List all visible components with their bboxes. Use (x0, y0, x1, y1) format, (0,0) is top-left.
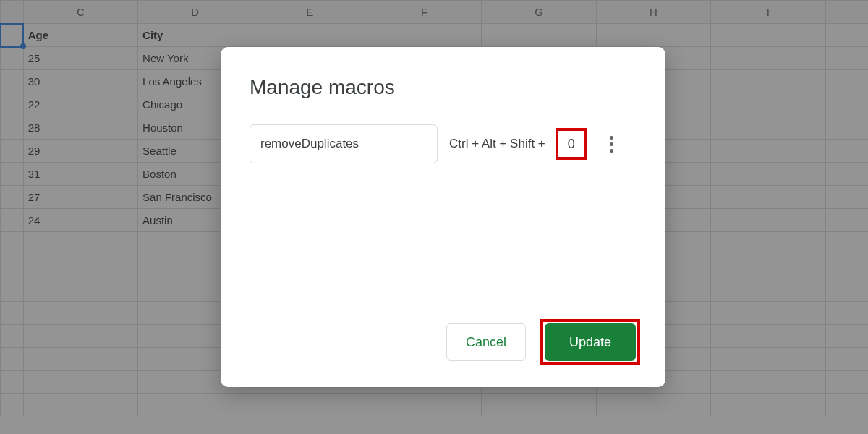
dialog-title: Manage macros (250, 76, 637, 99)
dialog-buttons: Cancel Update (446, 319, 640, 365)
shortcut-prefix-label: Ctrl + Alt + Shift + (449, 137, 545, 151)
more-options-icon[interactable] (603, 136, 621, 153)
shortcut-key-input[interactable]: 0 (556, 128, 587, 160)
update-button-highlight: Update (540, 319, 640, 365)
cancel-button[interactable]: Cancel (446, 323, 526, 361)
update-button[interactable]: Update (545, 323, 636, 361)
macro-name-input[interactable] (250, 124, 438, 163)
shortcut-key-value: 0 (568, 137, 575, 152)
macro-row: Ctrl + Alt + Shift + 0 (250, 124, 637, 163)
manage-macros-dialog: Manage macros Ctrl + Alt + Shift + 0 Can… (221, 47, 665, 387)
